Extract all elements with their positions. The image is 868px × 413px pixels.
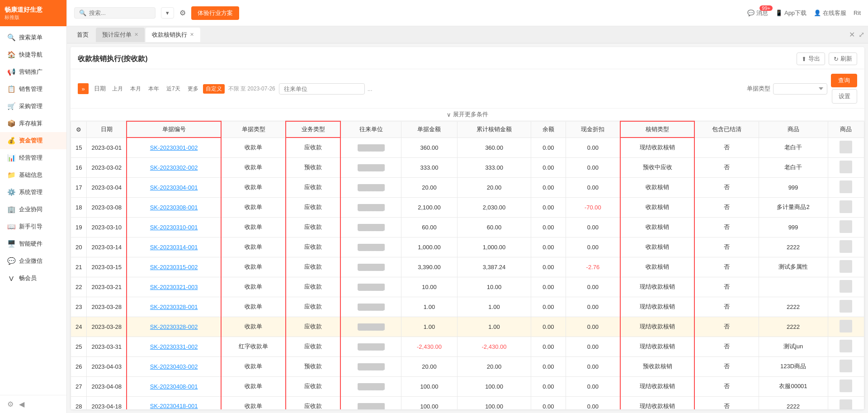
tab-pending-payment-close[interactable]: ✕: [134, 32, 138, 38]
sidebar-item-basic[interactable]: 📁基础信息: [0, 166, 66, 184]
sidebar-logo: 畅康道好生意 标推版: [0, 0, 66, 26]
date-more-btn[interactable]: 更多: [185, 84, 201, 94]
table-row: 22 2023-03-21 SK-20230321-003 收款单 应收款 ██…: [71, 277, 864, 297]
unit-dots[interactable]: ...: [368, 85, 373, 92]
row-date: 2023-03-08: [87, 197, 127, 217]
row-goods1: 老白干: [759, 138, 828, 157]
col-gear-header[interactable]: ⚙: [71, 121, 87, 138]
sidebar-item-member[interactable]: V畅会员: [0, 270, 66, 287]
sidebar-item-corp[interactable]: 🏢企业协同: [0, 201, 66, 218]
tabbar: 首页 预计应付单 ✕ 收款核销执行 ✕ ✕ ⤢: [67, 26, 868, 43]
row-settled: 否: [694, 337, 759, 356]
tab-collection-verify[interactable]: 收款核销执行 ✕: [146, 28, 200, 42]
row-goods1: 999: [759, 217, 828, 237]
gear-icon[interactable]: ⚙: [179, 9, 186, 17]
row-goods2: [828, 257, 864, 277]
row-verified: 20.00: [458, 356, 531, 376]
refresh-button[interactable]: ↻ 刷新: [829, 52, 857, 65]
settings-icon[interactable]: ⚙: [7, 400, 14, 408]
row-doctype: 收款单: [221, 297, 286, 317]
sidebar-item-inventory[interactable]: 📦库存核算: [0, 115, 66, 132]
row-verifytype: 现结收款核销: [620, 297, 694, 317]
type-select[interactable]: [773, 83, 827, 95]
row-date: 2023-03-02: [87, 157, 127, 177]
row-index: 17: [71, 177, 87, 197]
row-doctype: 收款单: [221, 217, 286, 237]
sidebar-item-operations[interactable]: 📊经营管理: [0, 149, 66, 166]
user-button[interactable]: Rit: [854, 9, 861, 16]
row-biztype: 应收款: [286, 197, 340, 217]
table-header-row: ⚙ 日期 单据编号 单据类型 业务类型 往来单位 单据金额 累计核销金额 余额 …: [71, 121, 864, 138]
sidebar-item-system[interactable]: ⚙️系统管理: [0, 184, 66, 201]
row-amount: -2,430.00: [401, 337, 458, 356]
solution-button[interactable]: 体验行业方案: [191, 6, 239, 20]
sidebar-item-sales[interactable]: 📋销售管理: [0, 81, 66, 98]
basic-icon: 📁: [7, 171, 15, 179]
row-amount: 1,000.00: [401, 237, 458, 257]
date-this-month-btn[interactable]: 本月: [127, 84, 144, 94]
tab-expand-icon[interactable]: ⤢: [859, 30, 864, 39]
row-amount: 10.00: [401, 277, 458, 297]
sidebar-item-purchase[interactable]: 🛒采购管理: [0, 98, 66, 115]
row-date: 2023-03-21: [87, 277, 127, 297]
row-settled: 否: [694, 197, 759, 217]
row-discount: 0.00: [566, 337, 620, 356]
expand-more-row[interactable]: ∨ 展开更多条件: [71, 109, 864, 121]
tab-home[interactable]: 首页: [71, 28, 95, 42]
app-download-button[interactable]: 📱 App下载: [775, 9, 807, 17]
topbar-search-box[interactable]: 🔍: [74, 7, 156, 19]
purchase-icon: 🛒: [7, 102, 15, 110]
topbar-dropdown[interactable]: ▾: [161, 7, 174, 19]
col-verifytype-header: 核销类型: [620, 121, 694, 138]
sidebar-item-search-menu[interactable]: 🔍搜索菜单: [0, 29, 66, 46]
export-button[interactable]: ⬆ 导出: [797, 52, 825, 65]
tab-pending-payment[interactable]: 预计应付单 ✕: [96, 28, 145, 42]
row-verifytype: 现结收款核销: [620, 396, 694, 409]
row-verifytype: 收款核销: [620, 177, 694, 197]
query-button[interactable]: 查询: [831, 74, 857, 87]
row-settled: 否: [694, 237, 759, 257]
wechat-icon: 💬: [7, 257, 15, 265]
row-biztype: 预收款: [286, 157, 340, 177]
collapse-icon[interactable]: ◀: [19, 400, 24, 408]
tab-home-label: 首页: [77, 31, 89, 39]
row-biztype: 应收款: [286, 138, 340, 157]
sidebar-item-label: 企业微信: [19, 257, 42, 265]
filter-expand-button[interactable]: »: [78, 83, 89, 94]
refresh-icon: ↻: [834, 56, 839, 62]
setting-button[interactable]: 设置: [832, 89, 857, 104]
row-goods2: [828, 396, 864, 409]
date-7days-btn[interactable]: 近7天: [164, 84, 183, 94]
search-input[interactable]: [89, 9, 143, 16]
online-service-button[interactable]: 👤 在线客服: [814, 9, 846, 17]
sidebar-item-finance[interactable]: 💰资金管理: [0, 132, 66, 149]
dropdown-label: ▾: [166, 9, 169, 16]
row-verifytype: 现结收款核销: [620, 337, 694, 356]
row-unit: ██████: [340, 317, 401, 337]
date-custom-btn[interactable]: 自定义: [203, 84, 225, 94]
row-index: 26: [71, 356, 87, 376]
date-this-year-btn[interactable]: 本年: [146, 84, 162, 94]
tab-close-icon[interactable]: ✕: [849, 30, 855, 39]
unit-input[interactable]: [279, 83, 365, 95]
sidebar-item-marketing[interactable]: 📢营销推广: [0, 63, 66, 81]
sidebar-item-guide[interactable]: 📖新手引导: [0, 218, 66, 235]
tab-collection-verify-label: 收款核销执行: [152, 31, 187, 39]
sidebar-item-hardware[interactable]: 🖥️智能硬件: [0, 235, 66, 252]
message-button[interactable]: 💬 消息 99+: [747, 9, 768, 17]
user-label: Rit: [854, 9, 861, 16]
sidebar-item-label: 采购管理: [19, 102, 42, 110]
sidebar-logo-sub: 标推版: [5, 14, 19, 21]
row-index: 24: [71, 317, 87, 337]
row-unit: ██████: [340, 376, 401, 396]
row-discount: 0.00: [566, 396, 620, 409]
tab-collection-verify-close[interactable]: ✕: [190, 32, 194, 38]
row-amount: 360.00: [401, 138, 458, 157]
tab-pending-payment-label: 预计应付单: [102, 31, 132, 39]
row-verifytype: 收款核销: [620, 197, 694, 217]
sidebar-item-quick-nav[interactable]: 🏠快捷导航: [0, 46, 66, 63]
sidebar-item-wechat[interactable]: 💬企业微信: [0, 252, 66, 270]
row-verifytype: 现结收款核销: [620, 376, 694, 396]
row-verified: 1,000.00: [458, 237, 531, 257]
date-last-month-btn[interactable]: 上月: [109, 84, 126, 94]
